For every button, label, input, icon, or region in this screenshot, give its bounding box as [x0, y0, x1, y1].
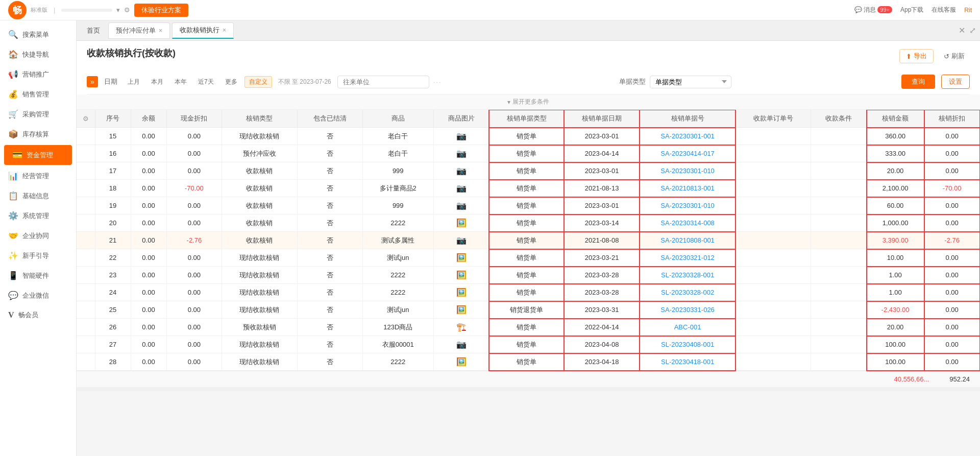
date-this-month[interactable]: 本月 — [147, 77, 167, 87]
expand-filter-btn[interactable]: » — [87, 76, 98, 87]
cell-doc-no[interactable]: SA-20210813-001 — [640, 180, 736, 197]
messages-icon[interactable]: 💬 消息 99+ — [854, 6, 892, 14]
cell-doc-no[interactable]: SL-20230328-001 — [640, 267, 736, 284]
doc-no-link[interactable]: SL-20230328-002 — [661, 289, 714, 296]
sidebar-item-wechat[interactable]: 💬 企业微信 — [0, 285, 76, 305]
top-bar-left: 畅 标准版 | ▾ ⚙ 休验行业方案 — [8, 1, 848, 19]
doc-no-link[interactable]: SA-20210813-001 — [660, 184, 715, 192]
doc-no-link[interactable]: SA-20230321-012 — [660, 254, 715, 261]
date-more[interactable]: 更多 — [221, 77, 241, 87]
cell-product: 2222 — [362, 214, 433, 232]
doc-no-link[interactable]: SA-20230414-017 — [660, 150, 715, 157]
cell-doc-no[interactable]: ABC-001 — [640, 319, 736, 336]
cell-doc-no[interactable]: SL-20230408-001 — [640, 336, 736, 353]
settings-filter-btn[interactable]: 设置 — [941, 75, 970, 89]
cell-doc-no[interactable]: SA-20230321-012 — [640, 249, 736, 267]
cell-receipt-cond — [811, 162, 867, 180]
date-this-year[interactable]: 本年 — [170, 77, 191, 87]
cell-receipt-cond — [811, 214, 867, 232]
tab-home[interactable]: 首页 — [81, 26, 106, 35]
date-pills: 上月 本月 本年 近7天 更多 自定义 — [124, 76, 272, 88]
cell-doc-no[interactable]: SA-20230414-017 — [640, 145, 736, 162]
cell-cash-discount: 0.00 — [166, 214, 222, 232]
cell-balance: 0.00 — [131, 180, 166, 197]
doc-no-link[interactable]: SL-20230328-001 — [661, 271, 714, 279]
doc-no-link[interactable]: ABC-001 — [674, 323, 701, 331]
page-header-area: 收款核销执行(按收款) ⬆ 导出 ↺ 刷新 » — [77, 41, 980, 94]
doc-no-link[interactable]: SA-20230314-008 — [660, 219, 715, 227]
sidebar-item-enterprise[interactable]: 🤝 企业协同 — [0, 226, 76, 246]
sidebar-item-sales[interactable]: 💰 销售管理 — [0, 84, 76, 104]
cell-product-image: 📷 — [433, 232, 489, 249]
scrollbar-area[interactable] — [77, 387, 980, 391]
table-row: 25 0.00 0.00 现结收款核销 否 测试jun 🖼️ 销货退货单 202… — [77, 301, 980, 319]
doc-no-link[interactable]: SA-20230331-026 — [660, 306, 715, 314]
counterparty-dots[interactable]: ··· — [433, 78, 442, 86]
gear-icon[interactable]: ⚙ — [124, 6, 130, 14]
doc-no-link[interactable]: SA-20230301-010 — [660, 167, 715, 175]
tab-prepay[interactable]: 预付冲应付单 × — [108, 22, 170, 39]
cell-doc-no[interactable]: SA-20230301-010 — [640, 162, 736, 180]
cell-doc-no[interactable]: SA-20230314-008 — [640, 214, 736, 232]
online-service[interactable]: 在线客服 — [932, 6, 956, 14]
doc-no-link[interactable]: SA-20230301-010 — [660, 202, 715, 209]
cell-doc-no[interactable]: SL-20230418-001 — [640, 353, 736, 371]
tab-prepay-close[interactable]: × — [159, 27, 162, 34]
sidebar-item-search[interactable]: 🔍 搜索菜单 — [0, 25, 76, 44]
dropdown-arrow-icon[interactable]: ▾ — [116, 6, 120, 14]
cell-doc-date: 2023-04-08 — [564, 336, 639, 353]
sidebar-item-business[interactable]: 📊 经营管理 — [0, 166, 76, 186]
sidebar-item-marketing[interactable]: 📢 营销推广 — [0, 64, 76, 84]
sidebar-item-guide[interactable]: ✨ 新手引导 — [0, 246, 76, 266]
enterprise-icon: 🤝 — [8, 231, 18, 241]
sidebar-item-purchase[interactable]: 🛒 采购管理 — [0, 104, 76, 124]
search-bar[interactable] — [61, 9, 112, 12]
doc-no-link[interactable]: SA-20230301-001 — [660, 132, 715, 140]
receipt-type-select[interactable]: 单据类型 — [650, 76, 731, 88]
cell-verify-type: 现结收款核销 — [222, 128, 297, 145]
th-settings[interactable]: ⚙ — [77, 110, 95, 128]
cell-cash-discount: 0.00 — [166, 197, 222, 214]
industry-btn[interactable]: 休验行业方案 — [134, 4, 188, 17]
date-7days[interactable]: 近7天 — [194, 77, 218, 87]
user-name[interactable]: Rit — [964, 7, 972, 14]
cell-cash-discount: 0.00 — [166, 145, 222, 162]
table-row: 18 0.00 -70.00 收款核销 否 多计量商品2 📷 销货单 2021-… — [77, 180, 980, 197]
tab-receipt-verify-close[interactable]: × — [223, 27, 226, 34]
sidebar-item-member[interactable]: V 畅会员 — [0, 305, 76, 325]
expand-more-btn[interactable]: ▾ 展开更多条件 — [507, 98, 549, 106]
tab-receipt-verify[interactable]: 收款核销执行 × — [172, 22, 234, 39]
maximize-icon[interactable]: ⤢ — [969, 26, 976, 35]
cell-product: 老白干 — [362, 128, 433, 145]
close-window-icon[interactable]: ✕ — [959, 26, 965, 35]
app-download[interactable]: App下载 — [900, 6, 923, 14]
sidebar-item-system[interactable]: ⚙️ 系统管理 — [0, 206, 76, 226]
cell-settings — [77, 145, 95, 162]
cell-doc-no[interactable]: SL-20230328-002 — [640, 284, 736, 301]
refresh-btn[interactable]: ↺ 刷新 — [939, 49, 970, 63]
counterparty-input[interactable] — [337, 76, 429, 88]
sidebar-item-inventory[interactable]: 📦 库存核算 — [0, 124, 76, 144]
cell-cash-discount: -70.00 — [166, 180, 222, 197]
cell-doc-no[interactable]: SA-20230331-026 — [640, 301, 736, 319]
cell-doc-no[interactable]: SA-20230301-010 — [640, 197, 736, 214]
date-last-month[interactable]: 上月 — [124, 77, 144, 87]
cell-settings — [77, 249, 95, 267]
query-btn[interactable]: 查询 — [901, 75, 935, 89]
cell-receipt-order — [736, 128, 811, 145]
sidebar-item-basicinfo[interactable]: 📋 基础信息 — [0, 186, 76, 206]
cell-doc-no[interactable]: SA-20210808-001 — [640, 232, 736, 249]
sidebar-item-capital[interactable]: 💳 资金管理 — [4, 145, 72, 165]
sidebar-item-quicknav[interactable]: 🏠 快捷导航 — [0, 44, 76, 64]
cell-amount: 100.00 — [867, 336, 924, 353]
doc-no-link[interactable]: SL-20230408-001 — [661, 341, 714, 348]
doc-no-link[interactable]: SL-20230418-001 — [661, 358, 714, 366]
date-custom[interactable]: 自定义 — [244, 76, 272, 88]
cell-doc-no[interactable]: SA-20230301-001 — [640, 128, 736, 145]
cell-seq: 17 — [95, 162, 131, 180]
th-included: 包含已结清 — [297, 110, 362, 128]
export-btn[interactable]: ⬆ 导出 — [899, 49, 934, 63]
doc-no-link[interactable]: SA-20210808-001 — [660, 236, 715, 244]
table-header-row: ⚙ 序号 余额 现金折扣 核销类型 包含已结清 商品 商品图片 核销单据类型 核… — [77, 110, 980, 128]
sidebar-item-smarthw[interactable]: 📱 智能硬件 — [0, 266, 76, 285]
